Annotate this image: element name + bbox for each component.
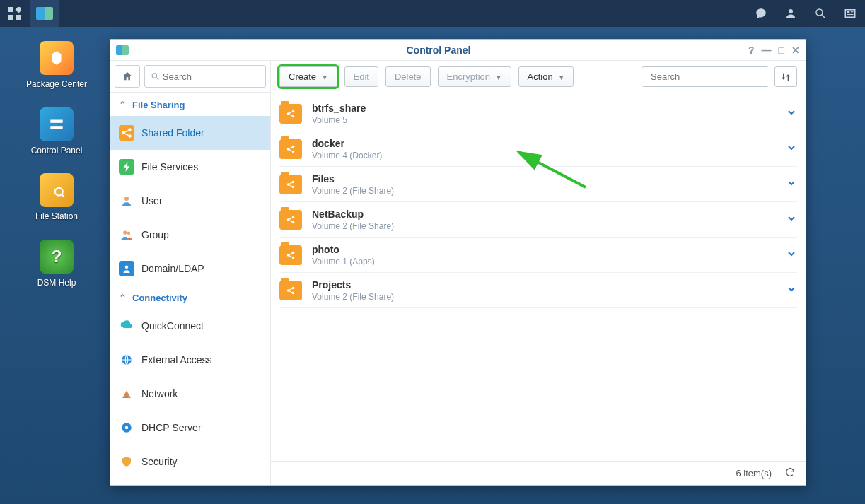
expand-button[interactable] [786, 177, 797, 191]
shared-folder-row[interactable]: Files Volume 2 (File Share) [279, 167, 797, 202]
expand-button[interactable] [786, 283, 797, 297]
window-help-button[interactable]: ? [748, 45, 755, 56]
expand-button[interactable] [786, 142, 797, 156]
window-titlebar[interactable]: Control Panel ? — □ ✕ [110, 40, 806, 61]
user-icon [784, 7, 797, 20]
action-button[interactable]: Action ▼ [518, 66, 574, 87]
taskbar-search-button[interactable] [806, 0, 835, 27]
item-count-label: 6 item(s) [736, 468, 772, 479]
folder-name: Projects [312, 279, 776, 291]
sidebar-search-input[interactable] [160, 67, 260, 86]
desktop-icon-file-station[interactable]: File Station [21, 173, 92, 223]
svg-point-13 [55, 188, 63, 196]
sidebar-item-external-access[interactable]: External Access [110, 343, 270, 377]
sidebar-item-label: User [141, 195, 163, 206]
sidebar-item-file-services[interactable]: File Services [110, 150, 270, 184]
desktop-icon-dsm-help[interactable]: ? DSM Help [21, 240, 92, 289]
taskbar-widgets-button[interactable] [835, 0, 865, 27]
sidebar-item-group[interactable]: Group [110, 218, 270, 252]
button-label: Delete [395, 71, 422, 82]
sidebar-item-domain-ldap[interactable]: Domain/LDAP [110, 252, 270, 286]
home-icon [122, 71, 133, 82]
sidebar-section-file-sharing[interactable]: ⌃ File Sharing [110, 93, 270, 116]
folder-share-icon [279, 281, 302, 300]
toolbar-search-input[interactable] [648, 67, 772, 86]
refresh-button[interactable] [784, 467, 796, 480]
chevron-down-icon [786, 248, 797, 259]
sidebar-home-button[interactable] [115, 65, 140, 88]
svg-line-14 [62, 195, 64, 197]
sidebar-item-quickconnect[interactable]: QuickConnect [110, 309, 270, 343]
toolbar: Create ▼ Edit Delete Encryption ▼ Action… [271, 61, 806, 93]
taskbar-user-button[interactable] [776, 0, 806, 27]
desktop-icon-label: Control Panel [31, 146, 83, 157]
window-maximize-button[interactable]: □ [779, 45, 784, 56]
shared-folder-row[interactable]: photo Volume 1 (Apps) [279, 238, 797, 273]
sidebar-section-connectivity[interactable]: ⌃ Connectivity [110, 286, 270, 309]
sidebar-item-user[interactable]: User [110, 184, 270, 218]
folder-share-icon [279, 104, 302, 124]
dropdown-caret-icon: ▼ [496, 74, 502, 81]
expand-button[interactable] [786, 107, 797, 120]
shared-folder-row[interactable]: btrfs_share Volume 5 [279, 96, 797, 131]
quickconnect-icon [119, 318, 134, 334]
svg-point-4 [789, 9, 793, 13]
search-icon [151, 71, 160, 81]
content-area: Create ▼ Edit Delete Encryption ▼ Action… [271, 61, 806, 485]
external-access-icon [119, 352, 134, 368]
delete-button[interactable]: Delete [385, 66, 431, 87]
create-button[interactable]: Create ▼ [279, 66, 337, 87]
expand-button[interactable] [786, 213, 797, 226]
expand-button[interactable] [786, 248, 797, 262]
control-panel-icon [40, 107, 74, 141]
sort-icon [780, 71, 791, 83]
encryption-button[interactable]: Encryption ▼ [438, 66, 511, 87]
apps-grid-icon [8, 7, 21, 20]
desktop-icon-control-panel[interactable]: Control Panel [21, 107, 92, 157]
edit-button[interactable]: Edit [344, 66, 378, 87]
folder-volume: Volume 2 (File Share) [312, 292, 776, 302]
sidebar-item-label: QuickConnect [141, 320, 204, 332]
desktop-icons: Package Center Control Panel File Statio… [21, 41, 92, 288]
sidebar-item-security[interactable]: Security [110, 445, 270, 479]
toolbar-search-box[interactable] [642, 66, 769, 87]
window-title: Control Panel [129, 45, 748, 56]
sidebar-item-label: Domain/LDAP [141, 263, 204, 274]
taskbar-app-control-panel[interactable] [30, 0, 59, 27]
sidebar-item-shared-folder[interactable]: Shared Folder [110, 116, 270, 150]
domain-ldap-icon [119, 261, 134, 276]
svg-rect-2 [8, 15, 13, 20]
desktop-icon-label: DSM Help [37, 278, 76, 289]
sort-button[interactable] [774, 66, 797, 87]
desktop-icon-package-center[interactable]: Package Center [21, 41, 92, 90]
sidebar-section-label: Connectivity [132, 293, 187, 303]
chat-icon [755, 7, 767, 20]
folder-share-icon [279, 245, 302, 265]
sidebar-item-label: Shared Folder [141, 127, 204, 139]
svg-line-40 [289, 149, 293, 151]
chevron-down-icon [786, 177, 797, 189]
shared-folder-row[interactable]: docker Volume 4 (Docker) [279, 131, 797, 167]
svg-line-50 [289, 220, 293, 221]
window-close-button[interactable]: ✕ [791, 45, 800, 56]
svg-line-59 [289, 288, 293, 290]
shared-folder-row[interactable]: NetBackup Volume 2 (File Share) [279, 202, 797, 238]
search-icon [814, 7, 827, 20]
chevron-up-icon: ⌃ [119, 293, 127, 303]
dropdown-caret-icon: ▼ [322, 74, 328, 81]
sidebar-item-label: Network [141, 388, 178, 399]
sidebar-search-box[interactable] [144, 65, 266, 88]
svg-rect-11 [50, 119, 62, 122]
sidebar-item-dhcp-server[interactable]: DHCP Server [110, 411, 270, 445]
sidebar-section-label: File Sharing [132, 100, 185, 110]
svg-line-39 [289, 147, 293, 148]
taskbar-chat-button[interactable] [746, 0, 776, 27]
shared-folder-row[interactable]: Projects Volume 2 (File Share) [279, 273, 797, 308]
sidebar-item-network[interactable]: Network [110, 377, 270, 411]
svg-line-20 [124, 130, 129, 132]
sidebar-item-label: File Services [141, 161, 198, 172]
folder-volume: Volume 4 (Docker) [312, 151, 776, 160]
apps-menu-button[interactable] [0, 0, 30, 27]
chevron-up-icon: ⌃ [119, 100, 127, 110]
window-minimize-button[interactable]: — [762, 45, 772, 56]
